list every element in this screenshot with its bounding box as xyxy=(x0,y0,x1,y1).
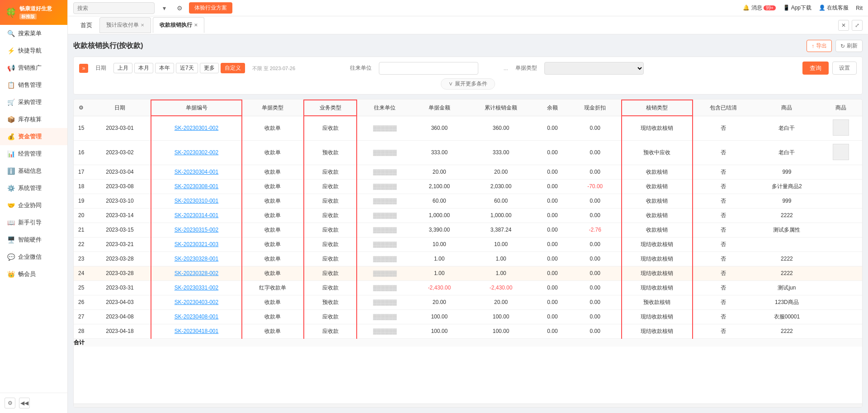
sidebar-item-operations[interactable]: 📊 经营管理 xyxy=(0,145,67,162)
more-date-btn[interactable]: 更多 xyxy=(200,63,219,73)
sidebar-item-enterprise[interactable]: 🤝 企业协同 xyxy=(0,197,67,214)
table-cell xyxy=(820,309,862,324)
settings-icon[interactable]: ⚙ xyxy=(174,2,185,14)
table-cell: 红字收款单 xyxy=(242,280,304,295)
table-cell: ▓▓▓▓▓▓ xyxy=(357,179,412,194)
table-cell: 现结收款核销 xyxy=(622,266,693,280)
party-input-wrap xyxy=(379,62,496,75)
tab-close-receivable[interactable]: ✕ xyxy=(141,23,144,28)
table-cell[interactable]: SK-20230328-001 xyxy=(151,252,241,266)
th-product-img: 商品 xyxy=(820,100,862,116)
data-table: ⚙ 日期 单据编号 单据类型 业务类型 往来单位 单据金额 累计核销金额 余额 … xyxy=(74,100,862,347)
sidebar-item-label: 智能硬件 xyxy=(18,236,42,244)
party-input[interactable] xyxy=(379,62,478,75)
th-party: 往来单位 xyxy=(357,100,412,116)
footer-label: 合计 xyxy=(74,338,151,347)
party-more-btn[interactable]: ... xyxy=(504,65,508,71)
this-month-btn[interactable]: 本月 xyxy=(134,63,153,73)
custom-date-btn[interactable]: 自定义 xyxy=(221,63,245,73)
filter-expand-btn[interactable]: » xyxy=(79,64,88,73)
refresh-btn[interactable]: ↻ 刷新 xyxy=(835,40,863,52)
table-cell[interactable]: SK-20230304-001 xyxy=(151,165,241,179)
tab-close-writeoff[interactable]: ✕ xyxy=(194,23,198,28)
collapse-btn[interactable]: ◀◀ xyxy=(19,398,30,408)
table-cell: 3,390.00 xyxy=(412,223,466,237)
tab-home[interactable]: 首页 xyxy=(73,18,99,33)
table-cell: 0.00 xyxy=(536,165,569,179)
page-header: 收款核销执行(按收款) ↑ 导出 ↻ 刷新 xyxy=(73,40,863,52)
chevron-down-icon[interactable]: ▾ xyxy=(158,2,170,14)
table-cell: 0.00 xyxy=(569,140,622,165)
page-title: 收款核销执行(按收款) xyxy=(73,41,143,51)
messages-btn[interactable]: 🔔 消息 99+ xyxy=(743,4,776,12)
table-cell: 27 xyxy=(74,309,89,324)
table-cell[interactable]: SK-20230418-001 xyxy=(151,324,241,338)
table-cell: 0.00 xyxy=(536,179,569,194)
table-cell: ▓▓▓▓▓▓ xyxy=(357,165,412,179)
query-btn[interactable]: 查询 xyxy=(802,62,829,75)
sidebar-item-finance[interactable]: 💰 资金管理 xyxy=(0,128,67,145)
table-cell[interactable]: SK-20230302-002 xyxy=(151,140,241,165)
table-cell[interactable]: SK-20230408-001 xyxy=(151,309,241,324)
topnav-search-input[interactable] xyxy=(73,2,155,14)
sidebar-item-basic-info[interactable]: ℹ️ 基础信息 xyxy=(0,162,67,180)
table-cell: -2,430.00 xyxy=(412,280,466,295)
sidebar-item-quicknav[interactable]: ⚡ 快捷导航 xyxy=(0,42,67,59)
this-year-btn[interactable]: 本年 xyxy=(155,63,174,73)
sidebar-item-wechat[interactable]: 💬 企业微信 xyxy=(0,248,67,266)
table-cell[interactable]: SK-20230403-002 xyxy=(151,295,241,309)
table-cell: 否 xyxy=(693,116,754,140)
table-container[interactable]: ⚙ 日期 单据编号 单据类型 业务类型 往来单位 单据金额 累计核销金额 余额 … xyxy=(74,100,862,404)
bill-type-select[interactable] xyxy=(544,62,644,75)
table-scrollbar[interactable] xyxy=(74,404,862,407)
table-cell: 0.00 xyxy=(536,237,569,252)
table-cell: -70.00 xyxy=(569,179,622,194)
sidebar-item-search[interactable]: 🔍 搜索菜单 xyxy=(0,25,67,42)
table-cell: 2023-04-03 xyxy=(89,295,151,309)
sidebar-item-purchase[interactable]: 🛒 采购管理 xyxy=(0,94,67,111)
table-cell[interactable]: SK-20230310-001 xyxy=(151,194,241,208)
export-btn[interactable]: ↑ 导出 xyxy=(807,40,832,52)
table-cell: 现结收款核销 xyxy=(622,252,693,266)
last-month-btn[interactable]: 上月 xyxy=(113,63,132,73)
expand-more-btn[interactable]: ∨ 展开更多条件 xyxy=(441,78,495,90)
table-cell: ▓▓▓▓▓▓ xyxy=(357,194,412,208)
tab-writeoff[interactable]: 收款核销执行 ✕ xyxy=(153,17,204,33)
close-tab-btn[interactable]: ✕ xyxy=(838,20,849,31)
last-7days-btn[interactable]: 近7天 xyxy=(176,63,198,73)
table-cell[interactable]: SK-20230308-001 xyxy=(151,179,241,194)
app-download-btn[interactable]: 📱 App下载 xyxy=(783,4,811,12)
table-cell[interactable]: SK-20230331-002 xyxy=(151,280,241,295)
sidebar-item-system[interactable]: ⚙️ 系统管理 xyxy=(0,180,67,197)
tab-receivable[interactable]: 预计应收付单 ✕ xyxy=(99,17,151,33)
table-cell[interactable]: SK-20230314-001 xyxy=(151,208,241,223)
sidebar-item-member[interactable]: 👑 畅会员 xyxy=(0,266,67,283)
table-row: 202023-03-14SK-20230314-001收款单应收款▓▓▓▓▓▓1… xyxy=(74,208,862,223)
sidebar-item-label: 营销推广 xyxy=(18,64,42,72)
table-cell[interactable]: SK-20230321-003 xyxy=(151,237,241,252)
table-cell: 2023-03-08 xyxy=(89,179,151,194)
th-cum-amount: 累计核销金额 xyxy=(466,100,536,116)
table-cell: 现结收款核销 xyxy=(622,116,693,140)
online-service-btn[interactable]: 👤 在线客服 xyxy=(819,4,849,12)
table-cell: 收款单 xyxy=(242,165,304,179)
sidebar-item-marketing[interactable]: 📢 营销推广 xyxy=(0,59,67,76)
table-cell[interactable]: SK-20230328-002 xyxy=(151,266,241,280)
table-cell: 2,030.00 xyxy=(466,179,536,194)
sidebar-item-sales[interactable]: 📋 销售管理 xyxy=(0,76,67,94)
table-cell[interactable]: SK-20230301-002 xyxy=(151,116,241,140)
restore-tab-btn[interactable]: ⤢ xyxy=(852,20,863,31)
solution-btn[interactable]: 体验行业方案 xyxy=(189,2,232,14)
table-cell: 老白干 xyxy=(754,116,820,140)
table-footer-row: 合计 xyxy=(74,338,862,347)
settings-bottom-btn[interactable]: ⚙ xyxy=(5,398,15,408)
sidebar-item-guide[interactable]: 📖 新手引导 xyxy=(0,214,67,231)
system-icon: ⚙️ xyxy=(7,185,14,192)
sidebar-item-inventory[interactable]: 📦 库存核算 xyxy=(0,111,67,128)
table-cell: 0.00 xyxy=(569,165,622,179)
table-cell[interactable]: SK-20230315-002 xyxy=(151,223,241,237)
table-cell: 2222 xyxy=(754,266,820,280)
table-cell: 0.00 xyxy=(536,295,569,309)
setting-btn[interactable]: 设置 xyxy=(832,62,857,75)
sidebar-item-hardware[interactable]: 🖥️ 智能硬件 xyxy=(0,231,67,248)
